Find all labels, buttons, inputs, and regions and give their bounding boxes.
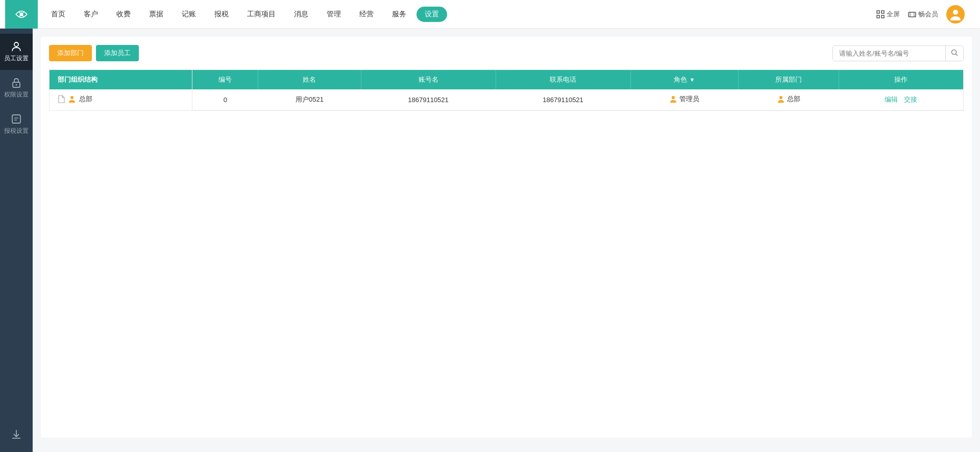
vip-icon: [908, 10, 916, 18]
sidebar-label-permission: 权限设置: [4, 90, 29, 99]
add-emp-button[interactable]: 添加员工: [96, 45, 139, 61]
nav-menu: 首页客户收费票据记账报税工商项目消息管理经营服务设置: [43, 7, 876, 22]
top-navigation: 首页客户收费票据记账报税工商项目消息管理经营服务设置 全屏 畅会员: [0, 0, 980, 29]
tax-icon: [11, 113, 22, 125]
sidebar-label-employee: 员工设置: [4, 54, 29, 63]
table-row: 0 用户0521 18679110521 18679110521 管理员: [192, 89, 963, 110]
role-filter-icon[interactable]: ▼: [689, 77, 695, 83]
svg-rect-5: [909, 12, 916, 17]
dept-tree-header: 部门组织结构: [50, 70, 192, 89]
col-header-name: 姓名: [258, 70, 361, 89]
search-icon: [951, 49, 958, 56]
employee-icon: [11, 41, 22, 52]
svg-rect-12: [12, 115, 20, 123]
nav-item-记账[interactable]: 记账: [174, 7, 204, 22]
col-header-id: 编号: [192, 70, 258, 89]
nav-item-收费[interactable]: 收费: [108, 7, 139, 22]
download-icon: [11, 429, 22, 440]
svg-point-9: [14, 42, 18, 46]
sidebar-label-tax: 报税设置: [4, 127, 29, 135]
nav-item-管理[interactable]: 管理: [318, 7, 349, 22]
cell-account: 18679110521: [361, 89, 496, 110]
cell-actions: 编辑 交接: [839, 89, 963, 110]
table-header-row: 编号 姓名 账号名 联系电话 角色 ▼ 所属部门 操作: [192, 70, 963, 89]
svg-rect-3: [877, 15, 879, 18]
nav-item-消息[interactable]: 消息: [286, 7, 316, 22]
svg-rect-2: [881, 11, 884, 13]
nav-item-报税[interactable]: 报税: [206, 7, 237, 22]
svg-point-8: [953, 10, 958, 15]
nav-item-服务[interactable]: 服务: [384, 7, 414, 22]
svg-line-17: [956, 54, 958, 56]
svg-point-16: [952, 50, 957, 54]
col-header-dept: 所属部门: [739, 70, 839, 89]
fullscreen-icon: [876, 10, 885, 18]
sidebar-item-download[interactable]: [0, 421, 33, 447]
svg-point-19: [672, 96, 675, 99]
cell-phone: 18679110521: [496, 89, 630, 110]
search-box: [832, 45, 964, 61]
nav-item-票据[interactable]: 票据: [141, 7, 172, 22]
page-container: 添加部门 添加员工 部门组织结构: [41, 37, 972, 438]
col-header-action: 操作: [839, 70, 963, 89]
sidebar-item-permission[interactable]: 权限设置: [0, 70, 33, 106]
role-person-icon: [669, 95, 677, 103]
svg-rect-4: [881, 15, 884, 18]
svg-point-18: [70, 96, 74, 99]
fullscreen-label: 全屏: [887, 10, 900, 19]
nav-item-工商项目[interactable]: 工商项目: [239, 7, 284, 22]
dept-file-icon: [58, 95, 65, 103]
nav-item-经营[interactable]: 经营: [351, 7, 382, 22]
cell-role: 管理员: [630, 89, 739, 110]
dept-tree: 部门组织结构 总部: [50, 70, 192, 110]
dept-tree-item-general[interactable]: 总部: [50, 89, 192, 109]
main-content: 添加部门 添加员工 部门组织结构: [33, 29, 980, 452]
svg-rect-1: [877, 11, 879, 13]
search-input[interactable]: [833, 46, 945, 60]
cell-name: 用户0521: [258, 89, 361, 110]
action-edit[interactable]: 编辑: [885, 96, 898, 103]
dept-person-icon: [68, 95, 76, 103]
col-header-role: 角色 ▼: [630, 70, 739, 89]
vip-button[interactable]: 畅会员: [908, 10, 938, 19]
cell-id: 0: [192, 89, 258, 110]
col-header-phone: 联系电话: [496, 70, 630, 89]
nav-right-area: 全屏 畅会员: [876, 5, 965, 23]
user-avatar[interactable]: [946, 5, 965, 23]
svg-point-11: [16, 84, 17, 86]
action-transfer[interactable]: 交接: [904, 96, 917, 103]
logo: [5, 0, 38, 29]
search-button[interactable]: [945, 46, 963, 61]
toolbar: 添加部门 添加员工: [49, 45, 964, 61]
content-area: 部门组织结构 总部: [49, 69, 964, 111]
nav-item-首页[interactable]: 首页: [43, 7, 74, 22]
lock-icon: [11, 77, 22, 88]
col-header-account: 账号名: [361, 70, 496, 89]
sidebar-item-tax[interactable]: 报税设置: [0, 106, 33, 142]
dept-person-small-icon: [777, 95, 785, 103]
dept-tree-item-label: 总部: [79, 94, 92, 104]
fullscreen-button[interactable]: 全屏: [876, 10, 900, 19]
svg-point-20: [779, 96, 782, 99]
nav-item-客户[interactable]: 客户: [76, 7, 106, 22]
vip-label: 畅会员: [918, 10, 938, 19]
sidebar-item-employee[interactable]: 员工设置: [0, 34, 33, 70]
nav-item-设置[interactable]: 设置: [416, 7, 447, 22]
add-dept-button[interactable]: 添加部门: [49, 45, 92, 61]
cell-dept: 总部: [739, 89, 839, 110]
employee-table: 编号 姓名 账号名 联系电话 角色 ▼ 所属部门 操作: [192, 70, 963, 110]
sidebar: 员工设置 权限设置 报税设置: [0, 29, 33, 452]
